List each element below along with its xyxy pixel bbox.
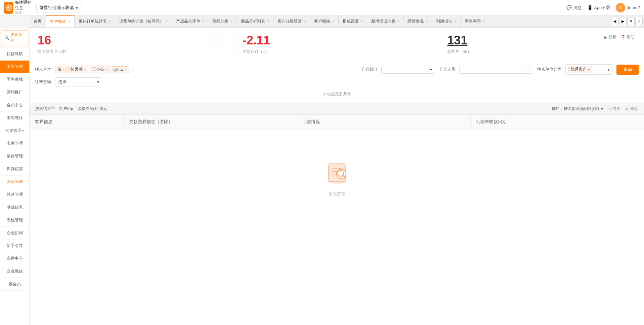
filter-tag-close-3[interactable]: × bbox=[105, 68, 107, 72]
filter-label-unit: 往来单位 bbox=[35, 67, 51, 72]
tab-customer-tier[interactable]: 客户分层经营 × bbox=[273, 15, 310, 28]
filter-manager-select[interactable]: ··· bbox=[459, 66, 533, 74]
video-help-video[interactable]: ▶ 视频 bbox=[604, 34, 616, 40]
query-button[interactable]: 查询 bbox=[616, 65, 639, 75]
tab-close-icon[interactable]: × bbox=[397, 20, 399, 23]
tab-home[interactable]: 首页 bbox=[30, 15, 46, 28]
logo-sub: 标版 bbox=[15, 10, 34, 15]
sidebar-item-newbie-guide[interactable]: 新手引导 bbox=[0, 240, 29, 252]
tab-close-all-button[interactable]: ✕ bbox=[627, 18, 635, 25]
tab-product-analysis-list[interactable]: 商品分析列表 × bbox=[237, 15, 273, 28]
tab-customer-contact[interactable]: 客户联络 × bbox=[310, 15, 339, 28]
tab-close-icon[interactable]: × bbox=[166, 20, 168, 23]
filter-classification-select[interactable]: 普通客户 × ▾ bbox=[565, 64, 612, 75]
stat-bg-arrears-icon: ¥ bbox=[409, 30, 432, 58]
sidebar-item-basic-info[interactable]: 基础信息 bbox=[0, 201, 29, 214]
sidebar-item-newbie-guide-label: 新手引导 bbox=[7, 243, 23, 248]
sidebar-item-chang-member[interactable]: 畅会员 bbox=[0, 278, 29, 291]
sidebar-item-marketing[interactable]: 营销推广 bbox=[0, 86, 29, 99]
sidebar-item-system-mgmt[interactable]: 系统管理 bbox=[0, 214, 29, 227]
tab-close-icon[interactable]: × bbox=[332, 20, 334, 23]
app-download-action[interactable]: 📱 App下载 bbox=[587, 5, 610, 11]
tab-retail-profit[interactable]: 零售利润 × bbox=[461, 15, 489, 28]
sidebar-item-app-center[interactable]: 应用中心 bbox=[0, 252, 29, 265]
sidebar-item-purchase-mgmt[interactable]: 采购管理 bbox=[0, 150, 29, 163]
tab-profit-report[interactable]: 利润报告 × bbox=[432, 15, 461, 28]
chevron-down-icon: ▾ bbox=[97, 80, 99, 84]
filter-tag-unit-3-text: 王小亮 bbox=[92, 67, 104, 72]
tab-label: 客户联络 bbox=[314, 19, 330, 24]
tab-close-icon[interactable]: × bbox=[109, 20, 111, 23]
sidebar-item-system-mgmt-label: 系统管理 bbox=[7, 218, 23, 222]
tab-close-icon[interactable]: × bbox=[267, 20, 269, 23]
filter-tag-unit-2: 陈民强 × bbox=[68, 66, 88, 73]
export-icon: ↑ bbox=[607, 107, 612, 111]
tab-close-icon[interactable]: × bbox=[454, 20, 456, 23]
filter-tags-units: 佤 × 陈民强 × 王小亮 × cjttcw × ... bbox=[55, 66, 357, 73]
tab-operations[interactable]: 经营情况 × bbox=[403, 15, 432, 28]
sidebar-item-retail-mgmt[interactable]: 零售管理 bbox=[0, 61, 29, 73]
filter-tag-close-2[interactable]: × bbox=[84, 68, 86, 72]
filter-tag-close-1[interactable]: × bbox=[62, 68, 65, 72]
sidebar-item-operations-mgmt[interactable]: 经营管理 bbox=[0, 188, 29, 201]
app-download-label: App下载 bbox=[594, 5, 610, 11]
main-layout: 🔍 搜索菜单 快捷导航 零售管理 零售商城 营销推广 会员中心 零售统计 批发管… bbox=[0, 28, 644, 325]
tab-home-label: 首页 bbox=[34, 19, 42, 24]
stat-bg-customers-icon bbox=[204, 30, 227, 58]
filter-classification-close[interactable]: × bbox=[588, 67, 590, 72]
tab-close-icon[interactable]: × bbox=[361, 20, 363, 23]
sidebar-item-member-center[interactable]: 会员中心 bbox=[0, 99, 29, 112]
collapse-button[interactable]: ∧ 收起更多条件 bbox=[35, 89, 639, 99]
tab-close-icon[interactable]: × bbox=[426, 20, 428, 23]
tab-close-icon[interactable]: × bbox=[483, 20, 485, 23]
sidebar-item-wholesale-mgmt[interactable]: 批发管理 ▾ bbox=[0, 124, 29, 137]
tab-nav: 首页 客户账本 × 采购订单统计表 × 进货单统计表（按商品） × 产成品入库单… bbox=[30, 15, 644, 28]
tab-expand-button[interactable]: ⤢ bbox=[635, 18, 643, 25]
filter-tag-close-4[interactable]: × bbox=[124, 68, 126, 72]
tab-close-icon[interactable]: × bbox=[304, 20, 306, 23]
sidebar-item-inventory[interactable]: 库存核算 bbox=[0, 163, 29, 176]
filter-tags-more[interactable]: ... bbox=[130, 67, 134, 72]
sidebar-item-enterprise-collab[interactable]: 企业协同 bbox=[0, 227, 29, 240]
tab-purchase-order[interactable]: 采购订单统计表 × bbox=[75, 15, 115, 28]
sidebar-item-enterprise-wechat[interactable]: 企业微信 bbox=[0, 265, 29, 278]
chevron-down-icon: ▾ bbox=[601, 107, 603, 111]
tab-next-button[interactable]: ▶ bbox=[619, 18, 627, 25]
table-col-arrears-info: 欠款交易信息（占比） bbox=[124, 115, 297, 129]
tab-prev-button[interactable]: ◀ bbox=[611, 18, 618, 25]
filter-dept-select[interactable]: ▾ bbox=[381, 66, 435, 74]
tab-label: 新增提成方案 bbox=[371, 19, 395, 24]
search-menu-box[interactable]: 🔍 搜索菜单 bbox=[2, 30, 27, 45]
help-label: 帮助 bbox=[627, 34, 635, 40]
tab-close-icon[interactable]: × bbox=[230, 20, 232, 23]
tab-label: 商品分析 bbox=[212, 19, 228, 24]
tab-new-commission[interactable]: 新增提成方案 × bbox=[367, 15, 404, 28]
sidebar-item-retail-mall[interactable]: 零售商城 bbox=[0, 73, 29, 86]
sidebar-item-quick-nav[interactable]: 快捷导航 bbox=[0, 48, 29, 61]
sort-selector[interactable]: 排序：按欠款金额倒序排序 ▾ bbox=[552, 106, 603, 112]
stat-card-customers: 16 总欠款客户（家） bbox=[30, 28, 234, 60]
tab-commission-settings[interactable]: 提成设置 × bbox=[339, 15, 367, 28]
tab-customer-ledger[interactable]: 客户账本 × bbox=[46, 15, 75, 28]
filter-balance-select[interactable]: 选择... ▾ bbox=[55, 77, 102, 86]
stat-card-arrears: -2.11 欠款合计（万） ¥ bbox=[234, 28, 439, 60]
stat-customers-value: 16 bbox=[38, 33, 51, 47]
tab-close-icon[interactable]: × bbox=[68, 20, 70, 24]
sidebar-item-ecommerce[interactable]: 电商管理 bbox=[0, 137, 29, 150]
sidebar-item-finance[interactable]: 资金管理 bbox=[0, 176, 29, 188]
svg-text:¥: ¥ bbox=[7, 5, 9, 10]
tab-product-inbound[interactable]: 产成品入库单 × bbox=[172, 15, 209, 28]
user-profile[interactable]: D demo2 bbox=[616, 3, 640, 12]
account-selector[interactable]: 母婴行业演示帐套 ▾ bbox=[36, 3, 81, 12]
refresh-action[interactable]: ↻ 刷新 bbox=[625, 106, 639, 112]
filter-tag-unit-3: 王小亮 × bbox=[90, 66, 110, 73]
tab-close-icon[interactable]: × bbox=[202, 20, 204, 23]
tab-inbound-stats[interactable]: 进货单统计表（按商品） × bbox=[115, 15, 172, 28]
result-summary: 搜索结果中，客户0家 欠款金额 0.00元 bbox=[35, 106, 107, 112]
message-action[interactable]: 💬 消息 bbox=[566, 5, 582, 11]
tab-product-analysis[interactable]: 商品分析 × bbox=[208, 15, 237, 28]
export-action[interactable]: ↑ 导出 bbox=[607, 106, 621, 112]
video-help-help[interactable]: ❓ 帮助 bbox=[620, 34, 635, 40]
chevron-down-icon: ▾ bbox=[430, 67, 432, 72]
sidebar-item-retail-stats[interactable]: 零售统计 bbox=[0, 112, 29, 124]
